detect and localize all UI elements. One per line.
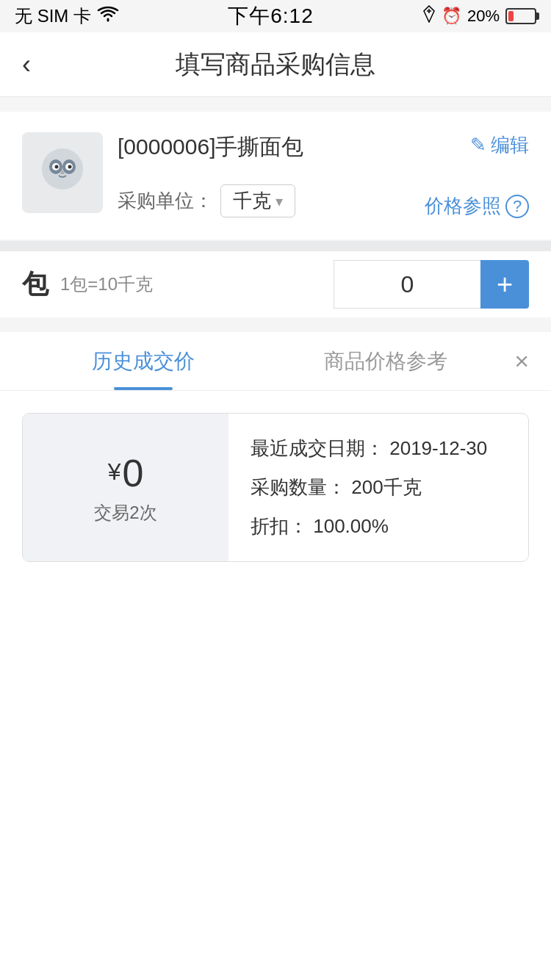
price-card-right: 最近成交日期： 2019-12-30 采购数量： 200千克 折扣： 100.0…	[228, 414, 528, 561]
edit-button[interactable]: ✎ 编辑	[470, 132, 529, 158]
quantity-unit-name: 包	[22, 267, 48, 303]
price-value: 0	[122, 451, 143, 495]
currency-symbol: ¥	[108, 458, 121, 486]
status-bar: 无 SIM 卡 下午6:12 ⏰ 20%	[0, 0, 551, 32]
carrier-label: 无 SIM 卡	[15, 4, 91, 28]
product-image	[22, 132, 103, 213]
unit-label: 采购单位：	[118, 188, 213, 214]
wifi-icon	[97, 6, 119, 26]
empty-content-area	[0, 584, 551, 980]
help-icon: ?	[505, 195, 529, 218]
tab-product-price-ref[interactable]: 商品价格参考	[264, 332, 507, 390]
location-icon	[422, 5, 436, 27]
tab-content-history: ¥ 0 交易2次 最近成交日期： 2019-12-30 采购数量： 200千克 …	[0, 391, 551, 584]
quantity-input[interactable]	[334, 260, 480, 309]
battery-icon	[505, 8, 536, 24]
quantity-row: 包 1包=10千克 +	[0, 251, 551, 317]
status-right: ⏰ 20%	[422, 5, 536, 27]
page-title: 填写商品采购信息	[176, 48, 375, 82]
section-divider	[0, 241, 551, 251]
price-reference-button[interactable]: 价格参照 ?	[425, 193, 529, 219]
unit-select[interactable]: 千克 ▾	[220, 184, 295, 217]
purchase-qty-row: 采购数量： 200千克	[251, 473, 506, 502]
price-amount: ¥ 0	[108, 451, 144, 495]
status-time: 下午6:12	[228, 2, 314, 30]
status-left: 无 SIM 卡	[15, 4, 119, 28]
svg-point-6	[68, 165, 72, 168]
quantity-unit-conversion: 1包=10千克	[60, 273, 153, 296]
tab-section: 历史成交价 商品价格参考 × ¥ 0 交易2次 最近成交日期： 2019-12-…	[0, 332, 551, 584]
unit-value: 千克	[233, 188, 271, 214]
tab-history-price[interactable]: 历史成交价	[22, 332, 264, 390]
chevron-down-icon: ▾	[276, 192, 283, 210]
product-card: [0000006]手撕面包 采购单位： 千克 ▾ ✎ 编辑 价格参照 ?	[0, 112, 551, 239]
recent-date-value: 2019-12-30	[389, 437, 487, 459]
svg-point-5	[55, 165, 59, 168]
quantity-section: 包 1包=10千克 +	[0, 241, 551, 317]
discount-label: 折扣：	[251, 515, 308, 537]
price-card-left: ¥ 0 交易2次	[23, 414, 228, 561]
purchase-qty-label: 采购数量：	[251, 476, 346, 498]
tab-bar: 历史成交价 商品价格参考 ×	[0, 332, 551, 391]
price-ref-label: 价格参照	[425, 193, 501, 219]
product-name: [0000006]手撕面包	[118, 132, 303, 162]
discount-row: 折扣： 100.00%	[251, 512, 506, 541]
transaction-count: 交易2次	[94, 501, 156, 525]
recent-date-label: 最近成交日期：	[251, 437, 384, 459]
quantity-plus-button[interactable]: +	[480, 260, 529, 309]
recent-date-row: 最近成交日期： 2019-12-30	[251, 434, 506, 463]
purchase-qty-value: 200千克	[351, 476, 421, 498]
product-thumbnail-icon	[37, 143, 88, 203]
price-card: ¥ 0 交易2次 最近成交日期： 2019-12-30 采购数量： 200千克 …	[22, 413, 529, 562]
svg-point-0	[42, 148, 83, 190]
edit-icon: ✎	[470, 134, 486, 156]
nav-bar: ‹ 填写商品采购信息	[0, 32, 551, 97]
alarm-icon: ⏰	[442, 7, 461, 26]
edit-label: 编辑	[491, 132, 529, 158]
discount-value: 100.00%	[313, 515, 389, 537]
battery-percentage: 20%	[467, 7, 500, 26]
back-button[interactable]: ‹	[15, 42, 38, 87]
tab-close-button[interactable]: ×	[507, 339, 536, 383]
